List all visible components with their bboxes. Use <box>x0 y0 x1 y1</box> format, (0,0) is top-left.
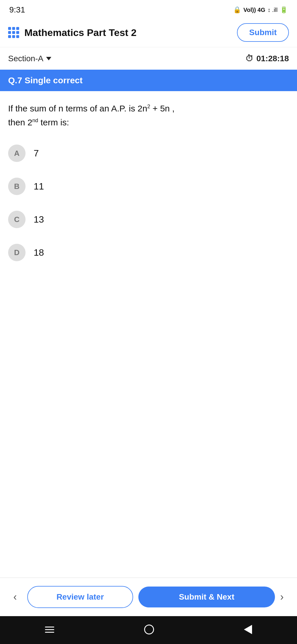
grid-dot <box>8 35 11 38</box>
android-nav-bar <box>0 616 297 644</box>
section-row: Section-A ⏱ 01:28:18 <box>0 47 297 70</box>
option-circle-d: D <box>8 244 26 261</box>
grid-dot <box>12 35 15 38</box>
options-list: A 7 B 11 C 13 D 18 <box>0 135 297 268</box>
nav-line <box>45 629 54 630</box>
prev-button[interactable]: ‹ <box>8 588 22 606</box>
status-bar: 9:31 🔒 Vol)) 4G ↕ .ill 🔋 <box>0 0 297 18</box>
option-item-c[interactable]: C 13 <box>8 204 289 234</box>
status-time: 9:31 <box>9 5 25 15</box>
grid-icon[interactable] <box>8 27 19 38</box>
nav-line <box>45 627 54 627</box>
question-label: Q.7 Single correct <box>8 75 83 85</box>
signal-text: Vol)) 4G <box>243 7 265 13</box>
android-home-button[interactable] <box>144 625 154 634</box>
option-text-a: 7 <box>34 148 39 159</box>
question-text: If the sum of n terms of an A.P. is 2n2 … <box>8 104 175 127</box>
option-circle-c: C <box>8 211 26 228</box>
timer-value: 01:28:18 <box>256 54 289 63</box>
submit-next-button[interactable]: Submit & Next <box>138 587 275 607</box>
content-spacer <box>0 268 297 578</box>
header: Mathematics Part Test 2 Submit <box>0 18 297 47</box>
page-title: Mathematics Part Test 2 <box>24 27 137 38</box>
section-label: Section-A <box>8 54 43 63</box>
submit-button[interactable]: Submit <box>237 23 289 42</box>
grid-dot <box>8 27 11 30</box>
question-body: If the sum of n terms of an A.P. is 2n2 … <box>0 91 297 135</box>
next-button[interactable]: › <box>275 588 289 606</box>
back-triangle-icon <box>244 625 252 634</box>
android-back-button[interactable] <box>244 625 252 634</box>
menu-lines-icon <box>45 627 54 633</box>
clock-icon: ⏱ <box>245 54 253 63</box>
grid-dot <box>16 27 19 30</box>
timer: ⏱ 01:28:18 <box>245 54 289 63</box>
circle-icon <box>144 625 154 634</box>
option-circle-b: B <box>8 178 26 195</box>
option-text-b: 11 <box>34 181 44 192</box>
grid-dot <box>16 31 19 34</box>
status-icons: 🔒 Vol)) 4G ↕ .ill 🔋 <box>233 6 288 14</box>
lock-icon: 🔒 <box>233 6 241 14</box>
section-selector[interactable]: Section-A <box>8 54 51 63</box>
network-icon: ↕ .ill <box>268 7 278 13</box>
option-item-b[interactable]: B 11 <box>8 171 289 201</box>
grid-dot <box>12 31 15 34</box>
header-left: Mathematics Part Test 2 <box>8 27 137 38</box>
battery-icon: 🔋 <box>280 6 288 14</box>
nav-line <box>45 632 54 633</box>
chevron-down-icon <box>46 57 51 60</box>
grid-dot <box>12 27 15 30</box>
grid-dot <box>16 35 19 38</box>
review-later-button[interactable]: Review later <box>27 586 133 608</box>
option-item-a[interactable]: A 7 <box>8 138 289 168</box>
option-text-c: 13 <box>34 214 44 225</box>
bottom-nav: ‹ Review later Submit & Next › <box>0 578 297 616</box>
option-circle-a: A <box>8 145 26 162</box>
question-banner: Q.7 Single correct <box>0 70 297 91</box>
grid-dot <box>8 31 11 34</box>
option-item-d[interactable]: D 18 <box>8 237 289 268</box>
android-menu-button[interactable] <box>45 627 54 633</box>
option-text-d: 18 <box>34 247 44 258</box>
